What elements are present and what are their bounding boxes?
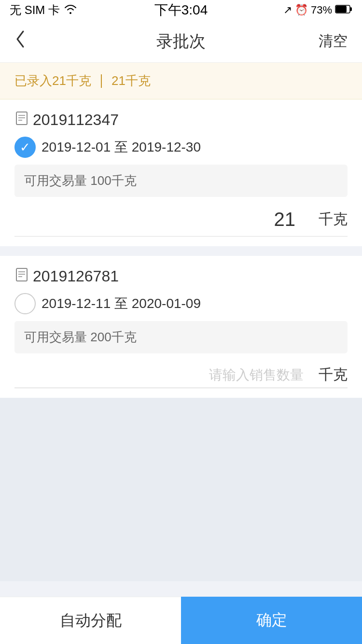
status-right: ↗ ⏰ 73% bbox=[283, 4, 352, 16]
alarm-icon: ⏰ bbox=[295, 4, 308, 16]
wifi-icon bbox=[64, 3, 77, 17]
svg-rect-7 bbox=[16, 268, 27, 281]
svg-rect-2 bbox=[336, 6, 347, 13]
no-sim-text: 无 SIM 卡 bbox=[10, 2, 60, 18]
bottom-buttons: 自动分配 确定 bbox=[0, 597, 362, 644]
batch-date-row-1: ✓ 2019-12-01 至 2019-12-30 bbox=[0, 134, 362, 163]
qty-unit-1: 千克 bbox=[319, 210, 348, 229]
batch-number-1: 2019112347 bbox=[33, 111, 119, 129]
section-divider bbox=[0, 246, 362, 256]
battery-text: 73% bbox=[311, 4, 332, 16]
back-button[interactable] bbox=[14, 29, 43, 53]
auto-distribute-button[interactable]: 自动分配 bbox=[0, 597, 181, 644]
bottom-area bbox=[0, 398, 362, 581]
card-bottom-space-1 bbox=[0, 237, 362, 246]
batch-doc-icon-2 bbox=[14, 267, 29, 285]
batch-number-2: 2019126781 bbox=[33, 267, 119, 285]
card-bottom-space-2 bbox=[0, 388, 362, 398]
qty-unit-2: 千克 bbox=[319, 365, 348, 385]
qty-input-row-2: 千克 bbox=[0, 360, 362, 385]
confirm-button[interactable]: 确定 bbox=[181, 597, 362, 644]
available-qty-1: 可用交易量 100千克 bbox=[14, 165, 348, 197]
summary-bar: 已录入21千克 21千克 bbox=[0, 63, 362, 99]
checkmark-1: ✓ bbox=[20, 141, 30, 154]
batch-date-1: 2019-12-01 至 2019-12-30 bbox=[42, 138, 201, 156]
batch-card-1: 2019112347 ✓ 2019-12-01 至 2019-12-30 可用交… bbox=[0, 99, 362, 246]
summary-value: 21千克 bbox=[111, 72, 151, 89]
batch-card-2: 2019126781 2019-12-11 至 2020-01-09 可用交易量… bbox=[0, 256, 362, 398]
batch-checkbox-1[interactable]: ✓ bbox=[14, 137, 36, 158]
clear-button[interactable]: 清空 bbox=[319, 31, 348, 51]
svg-rect-1 bbox=[350, 7, 352, 11]
location-icon: ↗ bbox=[283, 4, 292, 16]
status-time: 下午3:04 bbox=[154, 1, 208, 19]
batch-doc-icon-1 bbox=[14, 111, 29, 129]
batch-date-row-2: 2019-12-11 至 2020-01-09 bbox=[0, 290, 362, 319]
battery-icon bbox=[335, 4, 352, 16]
status-bar: 无 SIM 卡 下午3:04 ↗ ⏰ 73% bbox=[0, 0, 362, 20]
page-title: 录批次 bbox=[156, 30, 206, 53]
qty-display-row-1: 21 千克 bbox=[14, 204, 348, 237]
batch-date-2: 2019-12-11 至 2020-01-09 bbox=[42, 294, 201, 313]
batch-header-1: 2019112347 bbox=[0, 99, 362, 134]
summary-label: 已录入21千克 bbox=[14, 72, 91, 89]
qty-value-1: 21 bbox=[274, 209, 296, 230]
qty-input-2[interactable] bbox=[166, 367, 311, 383]
summary-divider bbox=[101, 74, 102, 88]
available-qty-2: 可用交易量 200千克 bbox=[14, 321, 348, 353]
status-left: 无 SIM 卡 bbox=[10, 2, 77, 18]
batch-header-2: 2019126781 bbox=[0, 256, 362, 290]
svg-rect-3 bbox=[16, 112, 27, 125]
batch-checkbox-2[interactable] bbox=[14, 293, 36, 314]
nav-bar: 录批次 清空 bbox=[0, 20, 362, 63]
